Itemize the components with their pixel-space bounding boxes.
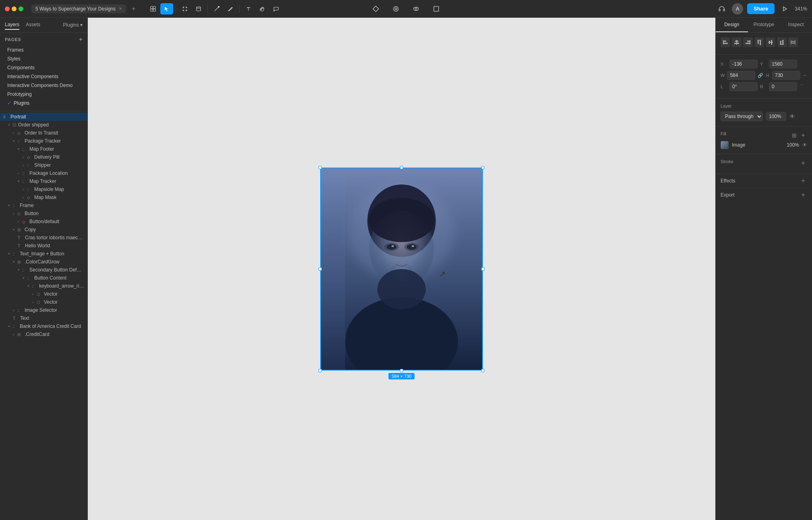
page-prototyping[interactable]: Prototyping <box>5 90 83 99</box>
tab[interactable]: 5 Ways to Supercharge Your Designs ✕ <box>31 4 126 13</box>
add-export-button[interactable]: + <box>799 191 807 199</box>
layer-button-component[interactable]: ▹ ◇ Button <box>0 209 87 218</box>
page-interactive-demo[interactable]: Interactive Components Demo <box>5 81 83 90</box>
assets-icon[interactable] <box>390 3 402 15</box>
layer-colorcardgrow[interactable]: ▾ ⊟ .ColorCardGrow <box>0 258 87 266</box>
comment-tool[interactable] <box>269 3 282 15</box>
move-tool[interactable] <box>147 3 160 15</box>
pencil-tool[interactable] <box>224 3 237 15</box>
rotation-input[interactable] <box>729 82 758 91</box>
layer-creditcard[interactable]: ▹ ⊟ .CreditCard <box>0 330 87 338</box>
export-row: Export + <box>716 188 812 202</box>
pen-tool[interactable] <box>210 3 223 15</box>
layer-mapsicle-map[interactable]: ▹ :: Mapsicle Map <box>0 185 87 193</box>
layer-vector-1[interactable]: ▹ ⬡ Vector <box>0 290 87 298</box>
corner-input[interactable] <box>769 82 797 91</box>
components-icon[interactable] <box>370 3 382 15</box>
layer-vector-2[interactable]: ▹ ⬡ Vector <box>0 298 87 306</box>
portrait-frame[interactable]: 584 × 730 <box>321 168 482 370</box>
corner-icon[interactable]: ⌒ <box>800 84 804 90</box>
page-styles[interactable]: Styles <box>5 54 83 63</box>
share-button[interactable]: Share <box>747 3 775 14</box>
align-right-button[interactable] <box>743 37 753 47</box>
canvas[interactable]: 584 × 730 ↗ <box>88 18 715 520</box>
layer-map-footer[interactable]: ▾ :: Map Footer <box>0 145 87 153</box>
h-input[interactable] <box>772 71 800 80</box>
layer-bank-of-america[interactable]: ▾ :: Bank of America Credit Card <box>0 322 87 330</box>
page-plugins[interactable]: ✓ Plugins <box>5 99 83 108</box>
avatar[interactable]: A <box>732 3 743 15</box>
add-page-button[interactable]: + <box>79 36 83 43</box>
y-input[interactable] <box>769 60 797 68</box>
layer-secondary-button[interactable]: ▾ :: Secondary Button Default <box>0 266 87 274</box>
distribute-button[interactable] <box>788 37 798 47</box>
layer-delivery-pill[interactable]: ▹ ◇ Delivery Pill <box>0 153 87 161</box>
text-tool[interactable] <box>242 3 255 15</box>
select-tool[interactable] <box>160 3 173 15</box>
new-tab-button[interactable]: + <box>132 5 135 12</box>
link-icon[interactable]: 🔗 <box>758 73 763 78</box>
layer-button-default[interactable]: ▹ ◇ Button/default <box>0 218 87 226</box>
opacity-input[interactable] <box>766 112 786 121</box>
tab-design[interactable]: Design <box>716 18 748 32</box>
layer-name: .ColorCardGrow <box>25 259 60 265</box>
fill-swatch[interactable] <box>721 141 729 149</box>
headphones-icon[interactable] <box>716 3 728 15</box>
align-left-button[interactable] <box>721 37 730 47</box>
plugins-tab[interactable]: Plugins ▾ <box>63 20 83 30</box>
layer-button-content[interactable]: ▾ :: Button Content <box>0 274 87 282</box>
constrain-icon[interactable]: ↔ <box>803 73 807 78</box>
present-icon[interactable] <box>779 3 791 15</box>
tab-inspect[interactable]: Inspect <box>780 18 812 32</box>
mask-icon[interactable] <box>410 3 422 15</box>
crop-icon[interactable] <box>430 3 442 15</box>
add-stroke-button[interactable]: + <box>799 160 807 167</box>
w-input[interactable] <box>727 71 755 80</box>
layer-order-shipped[interactable]: ▾ ⊟ Order shipped <box>0 121 87 129</box>
layer-map-tracker[interactable]: ▾ :: Map Tracker <box>0 177 87 185</box>
add-effect-button[interactable]: + <box>799 177 807 184</box>
visibility-toggle[interactable]: 👁 <box>789 113 795 120</box>
minimize-dot[interactable] <box>12 6 17 11</box>
page-frames[interactable]: Frames <box>5 46 83 54</box>
page-interactive[interactable]: Interactive Components <box>5 72 83 81</box>
tab-close-icon[interactable]: ✕ <box>119 6 122 11</box>
align-top-button[interactable] <box>754 37 764 47</box>
align-center-v-button[interactable] <box>766 37 775 47</box>
section-tool[interactable] <box>192 3 205 15</box>
tab-assets[interactable]: Assets <box>26 20 40 30</box>
tab-prototype[interactable]: Prototype <box>748 18 780 32</box>
fill-visibility-toggle[interactable]: 👁 <box>802 142 807 148</box>
layer-blend-row: Pass through Normal Multiply Screen 👁 <box>721 112 807 121</box>
frame-tool[interactable] <box>178 3 191 15</box>
blend-mode-select[interactable]: Pass through Normal Multiply Screen <box>721 112 763 121</box>
component-icon: ◇ <box>17 211 23 216</box>
svg-rect-52 <box>792 41 794 44</box>
layer-text[interactable]: T Text <box>0 314 87 322</box>
fill-options-icon[interactable]: ⊞ <box>792 132 797 139</box>
expand-icon: ▹ <box>13 308 15 312</box>
layer-cras-text[interactable]: T Cras tortor lobortis maecenas id nec a… <box>0 234 87 242</box>
tab-layers[interactable]: Layers <box>5 20 19 30</box>
layer-hello-world[interactable]: T Hello World <box>0 242 87 250</box>
align-center-h-button[interactable] <box>732 37 742 47</box>
layer-package-location[interactable]: ▹ :: Package Location <box>0 169 87 177</box>
layer-text-image-button[interactable]: ▾ :: Text_Image + Button <box>0 250 87 258</box>
x-input[interactable] <box>729 60 758 68</box>
layer-keyboard-arrow[interactable]: ▾ :: keyboard_arrow_right <box>0 282 87 290</box>
layer-package-tracker[interactable]: ▾ :: Package Tracker <box>0 137 87 145</box>
layer-order-in-transit[interactable]: ▹ ◇ Order In Transit <box>0 129 87 137</box>
layer-map-mask[interactable]: ▹ ◇ Map Mask <box>0 193 87 201</box>
maximize-dot[interactable] <box>19 6 23 11</box>
hand-tool[interactable] <box>256 3 269 15</box>
page-components[interactable]: Components <box>5 63 83 72</box>
layer-frame[interactable]: ▾ :: Frame <box>0 201 87 209</box>
layer-portrait[interactable]: # Portrait <box>0 113 87 121</box>
add-fill-button[interactable]: + <box>799 132 807 139</box>
layer-shipper[interactable]: ▹ :: Shipper <box>0 161 87 169</box>
svg-rect-1 <box>153 6 155 9</box>
layer-image-selector[interactable]: ▹ :: Image Selector <box>0 306 87 314</box>
align-bottom-button[interactable] <box>777 37 787 47</box>
layer-copy[interactable]: ▾ ⊟ Copy <box>0 226 87 234</box>
close-dot[interactable] <box>5 6 10 11</box>
